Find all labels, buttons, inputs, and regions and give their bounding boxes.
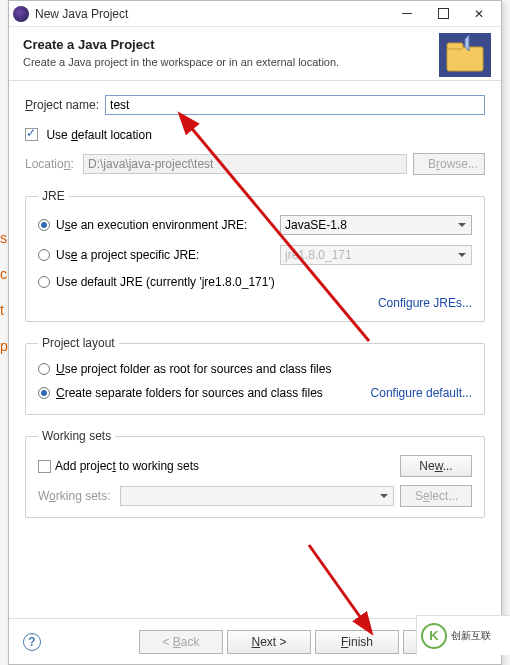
layout-separate-label: Create separate folders for sources and …	[56, 386, 371, 400]
project-layout-group: Project layout Use project folder as roo…	[25, 336, 485, 415]
ws-select-button: Select...	[400, 485, 472, 507]
folder-wizard-icon	[439, 33, 491, 77]
layout-root-radio[interactable]	[38, 363, 50, 375]
configure-default-link[interactable]: Configure default...	[371, 386, 472, 400]
project-name-input[interactable]	[105, 95, 485, 115]
minimize-button[interactable]	[389, 2, 425, 26]
jre-specific-label: Use a project specific JRE:	[56, 248, 280, 262]
layout-root-row: Use project folder as root for sources a…	[38, 362, 472, 376]
use-default-location-row: Use default location	[25, 125, 485, 143]
jre-default-radio[interactable]	[38, 276, 50, 288]
layout-root-label: Use project folder as root for sources a…	[56, 362, 472, 376]
browse-button: Browse...	[413, 153, 485, 175]
next-button[interactable]: Next >	[227, 630, 311, 654]
ws-new-button[interactable]: New...	[400, 455, 472, 477]
dialog-window: New Java Project Create a Java Project C…	[8, 0, 502, 665]
background-cropped-text: sctp	[0, 210, 8, 374]
use-default-location-checkbox[interactable]	[25, 128, 38, 141]
close-button[interactable]	[461, 2, 497, 26]
ws-label: Working sets:	[38, 489, 114, 503]
jre-specific-select: jre1.8.0_171	[280, 245, 472, 265]
help-icon[interactable]: ?	[23, 633, 41, 651]
project-name-row: Project name:	[25, 95, 485, 115]
titlebar: New Java Project	[9, 1, 501, 27]
jre-default-row: Use default JRE (currently 'jre1.8.0_171…	[38, 275, 472, 289]
watermark-text: 创新互联	[451, 629, 491, 643]
ws-add-label: Add project to working sets	[55, 459, 400, 473]
window-title: New Java Project	[35, 7, 389, 21]
jre-exec-env-radio[interactable]	[38, 219, 50, 231]
ws-add-row: Add project to working sets New...	[38, 455, 472, 477]
jre-exec-env-row: Use an execution environment JRE: JavaSE…	[38, 215, 472, 235]
project-layout-legend: Project layout	[38, 336, 119, 350]
banner-subtext: Create a Java project in the workspace o…	[23, 56, 487, 68]
svg-rect-2	[447, 43, 463, 49]
working-sets-legend: Working sets	[38, 429, 115, 443]
layout-separate-row: Create separate folders for sources and …	[38, 386, 472, 400]
ws-select-row: Working sets: Select...	[38, 485, 472, 507]
svg-rect-1	[447, 47, 483, 71]
jre-default-label: Use default JRE (currently 'jre1.8.0_171…	[56, 275, 472, 289]
ws-add-checkbox[interactable]	[38, 460, 51, 473]
maximize-button[interactable]	[425, 2, 461, 26]
location-label: Location:	[25, 157, 77, 171]
ws-select	[120, 486, 394, 506]
working-sets-group: Working sets Add project to working sets…	[25, 429, 485, 518]
svg-line-4	[309, 545, 363, 621]
back-button: < Back	[139, 630, 223, 654]
jre-exec-env-label: Use an execution environment JRE:	[56, 218, 280, 232]
location-row: Location: Browse...	[25, 153, 485, 175]
window-controls	[389, 2, 497, 26]
watermark-logo: K 创新互联	[416, 615, 510, 655]
project-name-label: Project name:	[25, 98, 99, 112]
banner-heading: Create a Java Project	[23, 37, 487, 52]
configure-jres-link[interactable]: Configure JREs...	[378, 296, 472, 310]
main-content: Project name: Use default location Locat…	[9, 81, 501, 518]
jre-group: JRE Use an execution environment JRE: Ja…	[25, 189, 485, 322]
location-input	[83, 154, 407, 174]
watermark-icon: K	[421, 623, 447, 649]
jre-specific-radio[interactable]	[38, 249, 50, 261]
layout-separate-radio[interactable]	[38, 387, 50, 399]
use-default-location-label: Use default location	[46, 128, 151, 142]
finish-button[interactable]: Finish	[315, 630, 399, 654]
jre-exec-env-select[interactable]: JavaSE-1.8	[280, 215, 472, 235]
wizard-banner: Create a Java Project Create a Java proj…	[9, 27, 501, 81]
jre-specific-row: Use a project specific JRE: jre1.8.0_171	[38, 245, 472, 265]
eclipse-icon	[13, 6, 29, 22]
jre-legend: JRE	[38, 189, 69, 203]
